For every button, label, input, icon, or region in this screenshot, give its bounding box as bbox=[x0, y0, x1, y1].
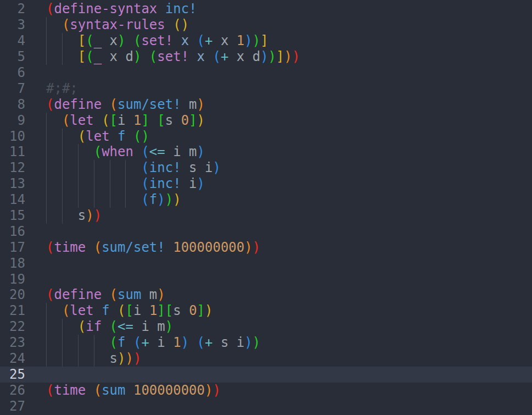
code-line[interactable]: 23(f (+ i 1) (+ s i)) bbox=[0, 335, 532, 351]
code-token bbox=[133, 144, 141, 159]
code-line[interactable]: 18 bbox=[0, 256, 532, 272]
code-token: [ bbox=[78, 49, 86, 64]
code-token: ) bbox=[268, 49, 276, 64]
code-line[interactable]: 17(time (sum/set! 100000000)) bbox=[0, 240, 532, 256]
code-token: 0 bbox=[189, 303, 197, 318]
code-token: ) bbox=[205, 303, 212, 318]
line-number: 10 bbox=[0, 129, 25, 145]
code-token: syntax-rules bbox=[70, 17, 165, 32]
line-number: 22 bbox=[0, 319, 25, 335]
code-line[interactable]: 21(let f ([i 1][s 0]) bbox=[0, 303, 532, 319]
code-token: ( bbox=[110, 97, 117, 112]
code-token bbox=[110, 303, 117, 318]
code-token: ( bbox=[62, 17, 70, 32]
code-token: ( bbox=[62, 113, 70, 128]
code-token bbox=[94, 113, 102, 128]
code-token: ) bbox=[117, 33, 125, 48]
code-text: (if (<= i m) bbox=[46, 319, 173, 335]
code-token bbox=[141, 49, 149, 64]
code-line[interactable]: 16 bbox=[0, 224, 532, 240]
indent-guide bbox=[46, 49, 62, 65]
indent-guide bbox=[62, 335, 78, 351]
code-line[interactable]: 8(define (sum/set! m) bbox=[0, 97, 532, 113]
code-line[interactable]: 2(define-syntax inc! bbox=[0, 1, 532, 17]
code-line[interactable]: 5[(_ x d) (set! x (+ x d))])) bbox=[0, 49, 532, 65]
code-token: define bbox=[54, 97, 102, 112]
code-token: ( bbox=[86, 49, 93, 64]
line-number: 13 bbox=[0, 176, 25, 192]
code-token: ( bbox=[102, 113, 109, 128]
code-text: [(_ x) (set! x (+ x 1))] bbox=[46, 33, 268, 49]
line-number: 14 bbox=[0, 192, 25, 208]
code-token: when bbox=[102, 144, 133, 159]
code-line[interactable]: 14(f))) bbox=[0, 192, 532, 208]
code-token bbox=[149, 113, 157, 128]
code-token: ] bbox=[157, 303, 165, 318]
code-line[interactable]: 12(inc! s i) bbox=[0, 160, 532, 176]
code-text: s)) bbox=[46, 208, 102, 224]
code-line[interactable]: 3(syntax-rules () bbox=[0, 17, 532, 33]
code-line[interactable]: 20(define (sum m) bbox=[0, 287, 532, 303]
code-token: <= bbox=[149, 144, 165, 159]
indent-guide bbox=[46, 33, 62, 49]
code-token: i bbox=[181, 176, 197, 191]
indent-guide bbox=[94, 160, 110, 176]
code-token: ) bbox=[253, 240, 260, 255]
code-token: f bbox=[102, 303, 109, 318]
code-line-current[interactable]: 25 bbox=[0, 367, 532, 383]
code-token: ( bbox=[46, 383, 54, 398]
code-line[interactable]: 24s))) bbox=[0, 351, 532, 367]
indent-guide bbox=[125, 176, 141, 192]
code-line[interactable]: 10(let f () bbox=[0, 129, 532, 145]
line-number: 11 bbox=[0, 144, 25, 160]
code-token: s bbox=[173, 303, 189, 318]
code-token: i m bbox=[165, 144, 197, 159]
code-line[interactable]: 13(inc! i) bbox=[0, 176, 532, 192]
indent-guide bbox=[125, 192, 141, 208]
code-token: [ bbox=[126, 303, 133, 318]
line-number: 16 bbox=[0, 224, 25, 240]
code-token bbox=[86, 383, 93, 398]
code-token: ] bbox=[197, 303, 205, 318]
code-token: ] bbox=[260, 33, 268, 48]
line-number: 15 bbox=[0, 208, 25, 224]
line-number: 18 bbox=[0, 256, 25, 272]
code-token: ) bbox=[125, 351, 133, 366]
indent-guide bbox=[110, 192, 126, 208]
code-line[interactable]: 7#;#; bbox=[0, 81, 532, 97]
code-line[interactable]: 15s)) bbox=[0, 208, 532, 224]
code-line[interactable]: 26(time (sum 100000000)) bbox=[0, 383, 532, 399]
code-token bbox=[205, 49, 212, 64]
indent-guide bbox=[46, 303, 62, 319]
code-token: ( bbox=[94, 383, 102, 398]
line-number: 17 bbox=[0, 240, 25, 256]
code-line[interactable]: 27 bbox=[0, 399, 532, 414]
code-token: ( bbox=[46, 97, 54, 112]
line-number: 2 bbox=[0, 1, 25, 17]
indent-guide bbox=[62, 49, 78, 65]
code-token: x d bbox=[228, 49, 260, 64]
code-token: ) bbox=[197, 113, 205, 128]
code-line[interactable]: 11(when (<= i m) bbox=[0, 144, 532, 160]
code-line[interactable]: 22(if (<= i m) bbox=[0, 319, 532, 335]
code-line[interactable]: 4[(_ x) (set! x (+ x 1))] bbox=[0, 33, 532, 49]
code-token: ( bbox=[46, 287, 54, 302]
code-token: f bbox=[117, 335, 125, 350]
code-token: ( bbox=[197, 335, 205, 350]
code-token: ) bbox=[212, 383, 220, 398]
code-line[interactable]: 6 bbox=[0, 65, 532, 81]
line-number: 6 bbox=[0, 65, 25, 81]
code-token bbox=[125, 335, 133, 350]
code-line[interactable]: 19 bbox=[0, 272, 532, 287]
code-token: + bbox=[205, 335, 212, 350]
line-number: 19 bbox=[0, 272, 25, 287]
code-token: ( bbox=[94, 240, 102, 255]
code-line[interactable]: 9(let ([i 1] [s 0]) bbox=[0, 113, 532, 129]
code-token: s bbox=[78, 208, 86, 223]
code-token bbox=[189, 33, 197, 48]
code-token: 100000000 bbox=[133, 383, 205, 398]
code-token: ( bbox=[173, 17, 181, 32]
indent-guide bbox=[46, 144, 62, 160]
indent-guide bbox=[46, 319, 62, 335]
code-editor[interactable]: 12(define-syntax inc!3(syntax-rules ()4[… bbox=[0, 0, 532, 415]
